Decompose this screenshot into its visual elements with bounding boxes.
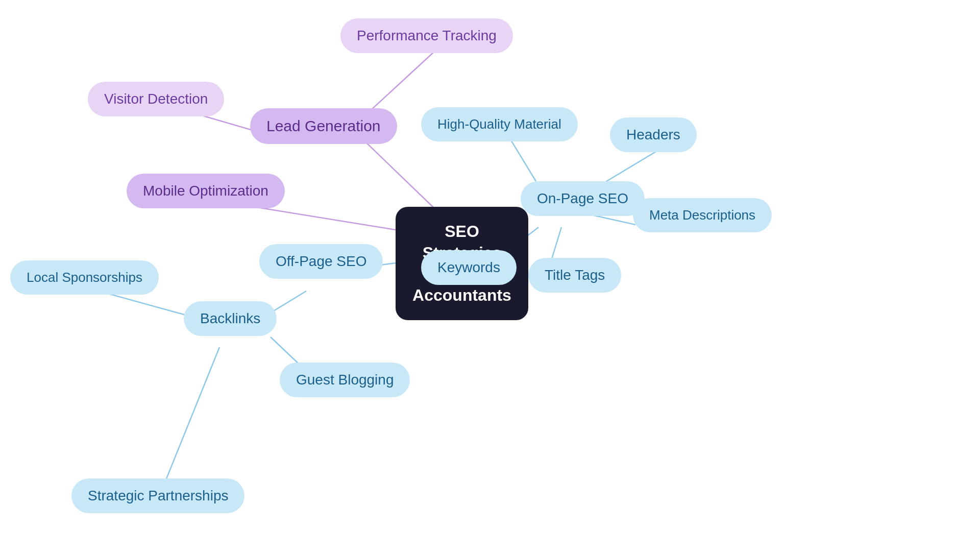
title-tags-node: Title Tags bbox=[528, 258, 621, 293]
lead-generation-node: Lead Generation bbox=[250, 108, 397, 144]
high-quality-material-node: High-Quality Material bbox=[421, 107, 578, 141]
on-page-seo-node: On-Page SEO bbox=[521, 181, 645, 216]
svg-line-5 bbox=[509, 137, 536, 181]
visitor-detection-node: Visitor Detection bbox=[88, 82, 224, 116]
off-page-seo-node: Off-Page SEO bbox=[259, 244, 383, 279]
headers-node: Headers bbox=[610, 117, 697, 152]
meta-descriptions-node: Meta Descriptions bbox=[633, 198, 772, 232]
svg-line-1 bbox=[363, 51, 435, 117]
keywords-node: Keywords bbox=[421, 250, 517, 285]
strategic-partnerships-node: Strategic Partnerships bbox=[71, 478, 244, 513]
performance-tracking-node: Performance Tracking bbox=[340, 18, 513, 53]
backlinks-node: Backlinks bbox=[184, 301, 277, 336]
mobile-optimization-node: Mobile Optimization bbox=[127, 174, 285, 208]
guest-blogging-node: Guest Blogging bbox=[280, 363, 410, 397]
svg-line-7 bbox=[590, 214, 635, 225]
local-sponsorships-node: Local Sponsorships bbox=[10, 260, 159, 295]
svg-line-9 bbox=[551, 227, 561, 260]
svg-line-13 bbox=[166, 347, 219, 480]
